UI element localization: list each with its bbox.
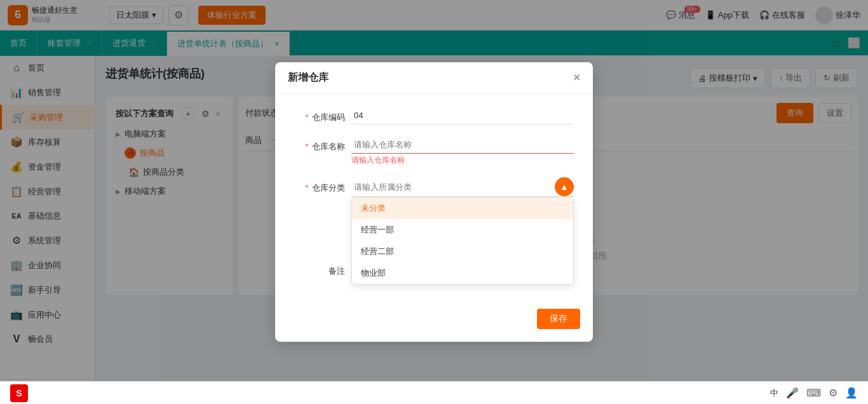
bottom-logo: S: [10, 384, 28, 402]
name-input[interactable]: [351, 136, 574, 154]
name-label: * 仓库名称: [294, 136, 345, 152]
category-input[interactable]: [351, 178, 555, 196]
bottom-keyboard-button[interactable]: ⌨: [806, 387, 821, 399]
bottom-mic-button[interactable]: 🎤: [786, 387, 799, 399]
cat-option-uncategorized[interactable]: 未分类: [352, 198, 573, 219]
note-label: 备注: [294, 260, 345, 277]
add-warehouse-dialog: 新增仓库 × * 仓库编码 * 仓库名称 请输入仓库名: [275, 62, 593, 342]
code-field-row: * 仓库编码: [294, 107, 574, 125]
category-input-row: ▲: [351, 177, 574, 197]
code-required-mark: *: [305, 112, 308, 122]
cat-option-property[interactable]: 物业部: [352, 262, 573, 284]
dialog-body: * 仓库编码 * 仓库名称 请输入仓库名称 *: [275, 94, 593, 302]
category-toggle-button[interactable]: ▲: [555, 177, 574, 196]
name-label-text: 仓库名称: [312, 142, 345, 151]
dialog-title: 新增仓库: [288, 71, 329, 84]
cat-option-dept2[interactable]: 经营二部: [352, 241, 573, 262]
bottom-bar: S 中 🎤 ⌨ ⚙ 👤: [0, 381, 868, 404]
dialog-footer: 保存: [275, 302, 593, 342]
bottom-s-icon: S: [10, 384, 28, 402]
name-field-wrap: 请输入仓库名称: [351, 136, 574, 166]
save-button[interactable]: 保存: [537, 309, 580, 329]
cat-label-text: 仓库分类: [312, 183, 345, 192]
bottom-user-button[interactable]: 👤: [845, 387, 858, 399]
cat-toggle-icon: ▲: [560, 182, 569, 192]
cat-required-mark: *: [305, 183, 308, 192]
category-label: * 仓库分类: [294, 177, 345, 194]
bottom-zhong-button[interactable]: 中: [770, 387, 778, 399]
modal-overlay: 新增仓库 × * 仓库编码 * 仓库名称 请输入仓库名: [0, 0, 868, 404]
category-field-row: * 仓库分类 ▲ 未分类 经营一部 经营二部 物业部: [294, 177, 574, 197]
category-wrap: ▲ 未分类 经营一部 经营二部 物业部: [351, 177, 574, 197]
name-required-mark: *: [305, 142, 308, 151]
name-field-row: * 仓库名称 请输入仓库名称: [294, 136, 574, 166]
dialog-close-button[interactable]: ×: [573, 71, 580, 84]
note-label-text: 备注: [329, 266, 345, 276]
code-label: * 仓库编码: [294, 107, 345, 123]
bottom-settings-button[interactable]: ⚙: [829, 387, 837, 399]
code-label-text: 仓库编码: [312, 112, 345, 122]
dialog-header: 新增仓库 ×: [275, 62, 593, 94]
cat-option-dept1[interactable]: 经营一部: [352, 219, 573, 241]
name-error-msg: 请输入仓库名称: [351, 155, 574, 166]
code-input[interactable]: [351, 107, 574, 125]
category-dropdown: 未分类 经营一部 经营二部 物业部: [351, 197, 574, 285]
